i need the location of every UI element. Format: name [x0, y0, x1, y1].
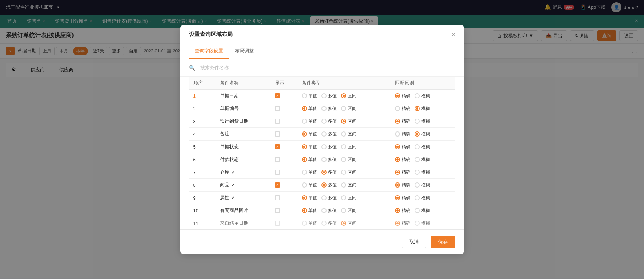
radio-type-多值[interactable]: 多值: [321, 131, 337, 137]
radio-type-单值[interactable]: 单值: [302, 106, 317, 112]
radio-match-模糊[interactable]: 模糊: [415, 131, 430, 137]
search-input[interactable]: [197, 63, 270, 72]
radio-match-精确[interactable]: 精确: [395, 182, 410, 188]
cancel-button[interactable]: 取消: [402, 236, 426, 248]
radio-type-多值[interactable]: 多值: [321, 93, 337, 99]
radio-type-单值[interactable]: 单值: [302, 131, 317, 137]
dialog-footer: 取消 保存: [180, 229, 464, 254]
row-condition-name: 预计到货日期: [216, 115, 270, 128]
radio-type-区间[interactable]: 区间: [341, 208, 356, 214]
radio-match-模糊[interactable]: 模糊: [415, 169, 430, 176]
radio-type-区间[interactable]: 区间: [341, 118, 356, 125]
radio-type-区间[interactable]: 区间: [341, 169, 356, 176]
radio-type-多值[interactable]: 多值: [321, 169, 337, 176]
radio-type-单值[interactable]: 单值: [302, 144, 317, 150]
radio-match-精确[interactable]: 精确: [395, 118, 410, 125]
checkbox-display[interactable]: [275, 157, 280, 162]
radio-match-模糊[interactable]: 模糊: [415, 220, 430, 227]
checkbox-display[interactable]: [275, 131, 280, 137]
row-display-checkbox[interactable]: [270, 166, 297, 179]
checkbox-display[interactable]: [275, 170, 280, 175]
row-display-checkbox[interactable]: [270, 141, 297, 153]
row-condition-name: 商品 ∨: [216, 179, 270, 192]
checkbox-display[interactable]: [275, 195, 280, 200]
col-header-match: 匹配原则: [391, 77, 455, 90]
radio-match-模糊[interactable]: 模糊: [415, 144, 430, 150]
radio-match-精确[interactable]: 精确: [395, 208, 410, 214]
radio-type-区间[interactable]: 区间: [341, 106, 356, 112]
radio-type-单值[interactable]: 单值: [302, 93, 317, 99]
radio-type-区间[interactable]: 区间: [341, 220, 356, 227]
radio-type-多值[interactable]: 多值: [321, 157, 337, 163]
checkbox-display[interactable]: [275, 144, 280, 149]
radio-type-多值[interactable]: 多值: [321, 144, 337, 150]
radio-type-单值[interactable]: 单值: [302, 195, 317, 201]
radio-match-精确[interactable]: 精确: [395, 144, 410, 150]
row-display-checkbox[interactable]: [270, 115, 297, 128]
row-condition-name: 来自结单日期: [216, 217, 270, 230]
col-header-name: 条件名称: [216, 77, 270, 90]
radio-type-多值[interactable]: 多值: [321, 182, 337, 188]
radio-match-模糊[interactable]: 模糊: [415, 93, 430, 99]
radio-match-精确[interactable]: 精确: [395, 195, 410, 201]
radio-type-单值[interactable]: 单值: [302, 208, 317, 214]
radio-type-区间[interactable]: 区间: [341, 157, 356, 163]
radio-match-模糊[interactable]: 模糊: [415, 182, 430, 188]
row-display-checkbox[interactable]: [270, 204, 297, 217]
row-display-checkbox[interactable]: [270, 192, 297, 204]
save-button[interactable]: 保存: [431, 236, 455, 248]
radio-type-多值[interactable]: 多值: [321, 220, 337, 227]
radio-type-单值[interactable]: 单值: [302, 157, 317, 163]
radio-type-区间[interactable]: 区间: [341, 131, 356, 137]
radio-match-精确[interactable]: 精确: [395, 93, 410, 99]
radio-type-区间[interactable]: 区间: [341, 195, 356, 201]
radio-type-多值[interactable]: 多值: [321, 208, 337, 214]
radio-type-单值[interactable]: 单值: [302, 169, 317, 176]
dialog-tab-layout[interactable]: 布局调整: [229, 44, 260, 59]
row-order: 6: [189, 153, 216, 166]
radio-match-精确[interactable]: 精确: [395, 220, 410, 227]
radio-match-模糊[interactable]: 模糊: [415, 118, 430, 125]
radio-match-模糊[interactable]: 模糊: [415, 195, 430, 201]
table-row: 2单据编号单值多值区间精确模糊: [189, 102, 455, 115]
radio-match-模糊[interactable]: 模糊: [415, 157, 430, 163]
radio-type-多值[interactable]: 多值: [321, 118, 337, 125]
row-match-radios: 精确模糊: [391, 179, 455, 192]
checkbox-display[interactable]: [275, 208, 280, 213]
radio-match-精确[interactable]: 精确: [395, 131, 410, 137]
dialog-title: 设置查询区域布局: [189, 31, 233, 38]
radio-type-单值[interactable]: 单值: [302, 182, 317, 188]
radio-match-模糊[interactable]: 模糊: [415, 106, 430, 112]
radio-match-精确[interactable]: 精确: [395, 169, 410, 176]
row-condition-name: 备注: [216, 128, 270, 141]
dialog-close-btn[interactable]: ×: [451, 31, 455, 38]
radio-type-单值[interactable]: 单值: [302, 220, 317, 227]
checkbox-display[interactable]: [275, 221, 280, 226]
checkbox-display[interactable]: [275, 106, 280, 111]
row-display-checkbox[interactable]: [270, 217, 297, 230]
radio-type-多值[interactable]: 多值: [321, 195, 337, 201]
checkbox-display[interactable]: [275, 182, 280, 188]
radio-type-区间[interactable]: 区间: [341, 144, 356, 150]
table-row: 5单据状态单值多值区间精确模糊: [189, 141, 455, 153]
dialog-tab-query-fields[interactable]: 查询字段设置: [189, 44, 229, 59]
row-display-checkbox[interactable]: [270, 179, 297, 192]
checkbox-display[interactable]: [275, 93, 280, 98]
radio-match-模糊[interactable]: 模糊: [415, 208, 430, 214]
row-display-checkbox[interactable]: [270, 128, 297, 141]
row-display-checkbox[interactable]: [270, 90, 297, 102]
search-icon: 🔍: [189, 65, 195, 71]
radio-type-区间[interactable]: 区间: [341, 93, 356, 99]
row-type-radios: 单值多值区间: [297, 217, 391, 230]
radio-match-精确[interactable]: 精确: [395, 157, 410, 163]
checkbox-display[interactable]: [275, 119, 280, 124]
row-match-radios: 精确模糊: [391, 102, 455, 115]
dialog-search-area: 🔍: [180, 59, 464, 77]
radio-type-区间[interactable]: 区间: [341, 182, 356, 188]
radio-type-单值[interactable]: 单值: [302, 118, 317, 125]
radio-type-多值[interactable]: 多值: [321, 106, 337, 112]
radio-match-精确[interactable]: 精确: [395, 106, 410, 112]
row-display-checkbox[interactable]: [270, 153, 297, 166]
row-display-checkbox[interactable]: [270, 102, 297, 115]
row-type-radios: 单值多值区间: [297, 128, 391, 141]
